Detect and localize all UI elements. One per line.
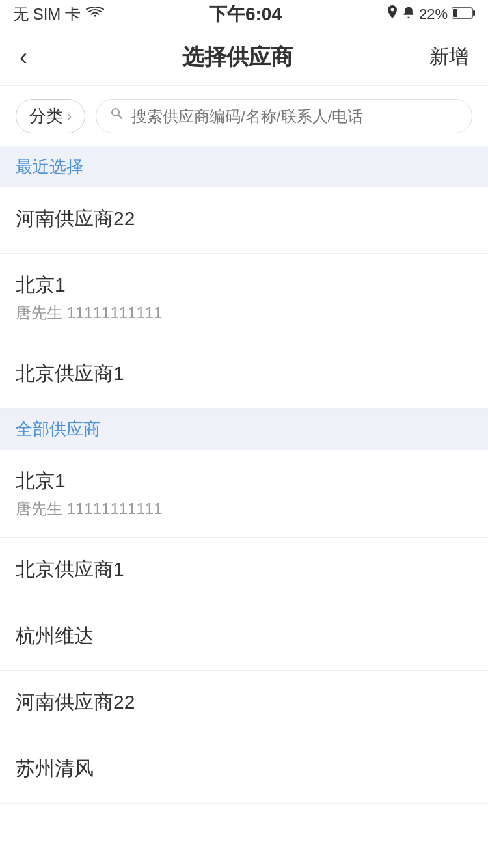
category-label: 分类 — [29, 105, 63, 128]
item-name: 北京供应商1 — [16, 360, 472, 387]
status-carrier: 无 SIM 卡 — [13, 4, 104, 25]
list-item[interactable]: 河南供应商22 — [0, 671, 488, 737]
item-detail: 唐先生 11111111111 — [16, 498, 472, 519]
item-name: 北京供应商1 — [16, 556, 472, 583]
list-item[interactable]: 河南供应商22 — [0, 187, 488, 254]
list-item[interactable]: 杭州维达 — [0, 604, 488, 671]
list-item[interactable]: 苏州清风 — [0, 737, 488, 804]
battery-text: 22% — [419, 6, 448, 23]
all-list: 北京1唐先生 11111111111北京供应商1杭州维达河南供应商22苏州清风 — [0, 450, 488, 804]
status-bar: 无 SIM 卡 下午6:04 22% — [0, 0, 488, 29]
item-name: 杭州维达 — [16, 623, 472, 649]
search-input[interactable] — [131, 107, 459, 126]
category-button[interactable]: 分类 › — [16, 99, 85, 133]
item-name: 北京1 — [16, 468, 472, 495]
item-name: 河南供应商22 — [16, 206, 472, 232]
all-section-label: 全部供应商 — [16, 419, 100, 439]
all-section-header: 全部供应商 — [0, 409, 488, 450]
alarm-icon — [402, 6, 415, 23]
battery-icon — [452, 6, 475, 23]
recent-section-header: 最近选择 — [0, 146, 488, 187]
wifi-icon — [86, 5, 104, 23]
recent-list: 河南供应商22北京1唐先生 11111111111北京供应商1 — [0, 187, 488, 409]
status-time: 下午6:04 — [104, 2, 386, 27]
filter-bar: 分类 › — [0, 86, 488, 146]
nav-bar: ‹ 选择供应商 新增 — [0, 29, 488, 86]
search-box[interactable] — [96, 99, 472, 133]
list-item[interactable]: 北京1唐先生 11111111111 — [0, 254, 488, 342]
chevron-right-icon: › — [67, 108, 72, 125]
status-right: 22% — [386, 5, 475, 23]
add-button[interactable]: 新增 — [416, 44, 468, 70]
location-icon — [386, 5, 398, 23]
search-icon — [109, 106, 125, 126]
list-item[interactable]: 北京1唐先生 11111111111 — [0, 450, 488, 538]
item-name: 北京1 — [16, 272, 472, 299]
page-title: 选择供应商 — [59, 42, 416, 72]
list-item[interactable]: 北京供应商1 — [0, 538, 488, 604]
list-item[interactable]: 北京供应商1 — [0, 342, 488, 409]
item-name: 苏州清风 — [16, 755, 472, 782]
back-button[interactable]: ‹ — [20, 44, 59, 71]
item-name: 河南供应商22 — [16, 689, 472, 716]
item-detail: 唐先生 11111111111 — [16, 303, 472, 323]
recent-section-label: 最近选择 — [16, 157, 83, 176]
svg-rect-1 — [473, 10, 475, 16]
svg-rect-2 — [453, 9, 457, 17]
